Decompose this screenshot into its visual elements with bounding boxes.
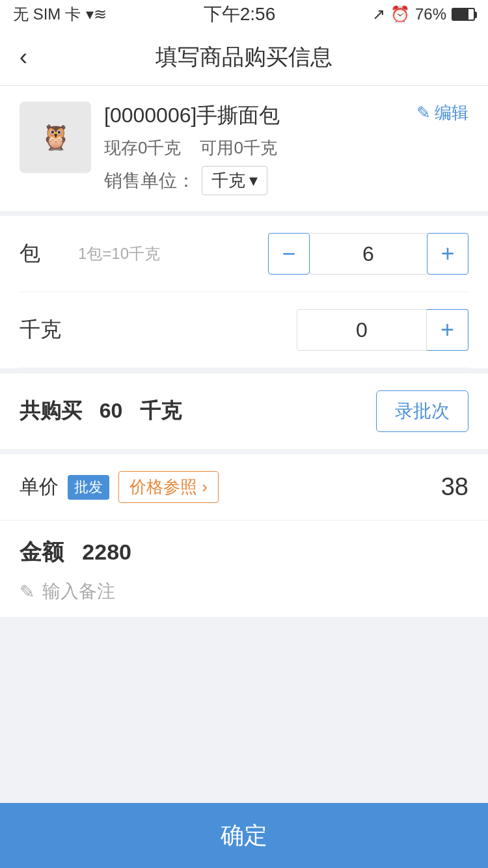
chevron-down-icon: ▾ xyxy=(249,170,258,191)
kilo-quantity-control: + xyxy=(297,309,468,351)
product-top-row: [0000006]手撕面包 ✎ 编辑 xyxy=(104,102,468,137)
package-quantity-control: − + xyxy=(268,233,468,275)
amount-value: 2280 xyxy=(82,539,131,564)
unit-label: 销售单位： xyxy=(104,169,195,193)
price-value: 38 xyxy=(441,473,468,501)
status-time: 下午2:56 xyxy=(204,2,276,27)
note-label: 输入备注 xyxy=(42,579,115,604)
amount-row: 金额 2280 xyxy=(20,537,468,567)
stock-text: 现存0千克 xyxy=(104,138,181,157)
available-text: 可用0千克 xyxy=(200,138,277,157)
kilo-label: 千克 xyxy=(20,316,72,344)
product-unit-row: 销售单位： 千克 ▾ xyxy=(104,166,468,195)
unit-select[interactable]: 千克 ▾ xyxy=(202,166,267,195)
package-row: 包 1包=10千克 − + xyxy=(20,216,468,292)
battery-icon xyxy=(452,8,475,21)
summary-label: 共购买 xyxy=(20,399,82,422)
status-bar: 无 SIM 卡 ▾≋ 下午2:56 ↗ ⏰ 76% xyxy=(0,0,488,29)
amount-section: 金额 2280 ✎ 输入备注 xyxy=(0,521,488,617)
edit-button[interactable]: ✎ 编辑 xyxy=(416,102,468,124)
product-image: 🦉 xyxy=(20,102,91,173)
product-logo: 🦉 xyxy=(40,123,71,152)
back-button[interactable]: ‹ xyxy=(20,44,59,71)
alarm-icon: ⏰ xyxy=(390,5,410,23)
unit-value: 千克 xyxy=(211,169,245,192)
product-card: 🦉 [0000006]手撕面包 ✎ 编辑 现存0千克 可用0千克 销售单位： 千… xyxy=(0,86,488,216)
status-right: ↗ ⏰ 76% xyxy=(372,5,475,23)
confirm-bar[interactable]: 确定 xyxy=(0,803,488,868)
note-icon: ✎ xyxy=(20,581,34,603)
note-row[interactable]: ✎ 输入备注 xyxy=(20,579,468,604)
summary-text: 共购买 60 千克 xyxy=(20,397,182,426)
kilo-plus-button[interactable]: + xyxy=(427,309,468,351)
package-hint: 1包=10千克 xyxy=(78,243,268,264)
price-ref-button[interactable]: 价格参照 › xyxy=(118,471,219,503)
nav-bar: ‹ 填写商品购买信息 xyxy=(0,29,488,86)
price-label: 单价 xyxy=(20,474,59,500)
kilo-row: 千克 + xyxy=(20,292,468,368)
summary-amount: 60 xyxy=(100,399,123,422)
status-left: 无 SIM 卡 ▾≋ xyxy=(13,4,107,25)
page-title: 填写商品购买信息 xyxy=(156,42,332,72)
amount-label: 金额 xyxy=(20,539,64,564)
batch-button[interactable]: 录批次 xyxy=(376,390,468,432)
product-stock: 现存0千克 可用0千克 xyxy=(104,137,468,159)
kilo-input[interactable] xyxy=(297,309,427,351)
package-label: 包 xyxy=(20,239,72,268)
edit-icon: ✎ xyxy=(416,103,431,123)
battery-percent: 76% xyxy=(415,5,446,23)
price-tag: 批发 xyxy=(68,475,109,500)
package-plus-button[interactable]: + xyxy=(427,233,468,275)
product-name: [0000006]手撕面包 xyxy=(104,102,280,130)
package-input[interactable] xyxy=(310,233,427,275)
carrier-text: 无 SIM 卡 xyxy=(13,4,81,25)
location-icon: ↗ xyxy=(372,5,385,23)
package-minus-button[interactable]: − xyxy=(268,233,310,275)
edit-label: 编辑 xyxy=(435,102,468,124)
product-info: [0000006]手撕面包 ✎ 编辑 现存0千克 可用0千克 销售单位： 千克 … xyxy=(104,102,468,195)
package-section: 包 1包=10千克 − + 千克 + xyxy=(0,216,488,368)
price-section: 单价 批发 价格参照 › 38 xyxy=(0,454,488,521)
confirm-button-text: 确定 xyxy=(221,820,267,852)
summary-unit: 千克 xyxy=(140,399,182,422)
wifi-icon: ▾≋ xyxy=(86,5,107,23)
summary-section: 共购买 60 千克 录批次 xyxy=(0,368,488,454)
